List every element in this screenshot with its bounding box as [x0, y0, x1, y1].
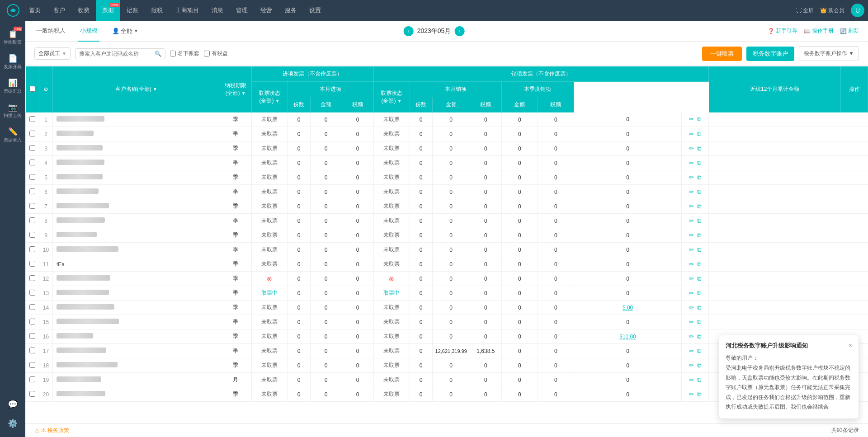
nav-item-billing[interactable]: 收费 [71, 0, 96, 21]
row-checkbox[interactable] [29, 275, 35, 281]
copy-action-icon[interactable]: ⧉ [697, 174, 701, 181]
search-input[interactable] [79, 51, 153, 57]
nav-item-service[interactable]: 服务 [278, 0, 303, 21]
user-avatar[interactable]: U [851, 4, 864, 17]
copy-action-icon[interactable]: ⧉ [697, 275, 701, 282]
sidebar-item-entry[interactable]: ✏️ 票据录入 [1, 123, 24, 146]
row-checkbox[interactable] [29, 348, 35, 353]
copy-action-icon[interactable]: ⧉ [697, 304, 701, 311]
sidebar-item-scan[interactable]: 📷 扫描上传 [1, 99, 24, 122]
date-next-btn[interactable]: › [454, 26, 464, 36]
one-click-fetch-btn[interactable]: 一键取票 [702, 47, 742, 61]
digital-account-ops-btn[interactable]: 税务数字账户操作 ▼ [799, 46, 859, 61]
edit-action-icon[interactable]: ✏ [689, 304, 694, 311]
row-checkbox[interactable] [29, 304, 35, 310]
sidebar-item-tickets[interactable]: 📋 智能取票 new [1, 25, 24, 49]
edit-action-icon[interactable]: ✏ [689, 376, 694, 383]
sidebar-item-open-invoice[interactable]: 📄 发票开具 [1, 50, 24, 73]
copy-action-icon[interactable]: ⧉ [697, 290, 701, 296]
edit-action-icon[interactable]: ✏ [689, 362, 694, 369]
edit-action-icon[interactable]: ✏ [689, 275, 694, 282]
row-checkbox[interactable] [29, 333, 35, 339]
edit-action-icon[interactable]: ✏ [689, 246, 694, 253]
edit-action-icon[interactable]: ✏ [689, 348, 694, 354]
copy-action-icon[interactable]: ⧉ [697, 246, 701, 253]
copy-action-icon[interactable]: ⧉ [697, 188, 701, 195]
edit-action-icon[interactable]: ✏ [689, 174, 694, 181]
edit-action-icon[interactable]: ✏ [689, 188, 694, 195]
copy-action-icon[interactable]: ⧉ [697, 348, 701, 354]
subnav-all[interactable]: 👤 全能 ▼ [110, 21, 140, 42]
nav-item-message[interactable]: 消息 [205, 0, 230, 21]
notification-close-btn[interactable]: × [849, 342, 852, 349]
row-checkbox[interactable] [29, 217, 35, 223]
copy-action-icon[interactable]: ⧉ [697, 232, 701, 239]
subnav-small[interactable]: 小规模 [78, 21, 99, 42]
edit-action-icon[interactable]: ✏ [689, 319, 694, 325]
nav-item-operation[interactable]: 经营 [254, 0, 278, 21]
edit-action-icon[interactable]: ✏ [689, 116, 694, 122]
row-checkbox[interactable] [29, 319, 35, 324]
taxdisk-checkbox[interactable] [204, 51, 210, 56]
refresh-btn[interactable]: 🔄 刷新 [840, 27, 859, 35]
fullscreen-btn[interactable]: ⛶ 全屏 [796, 7, 814, 14]
copy-action-icon[interactable]: ⧉ [697, 160, 701, 166]
sidebar-item-summary[interactable]: 📊 票据汇总 [1, 74, 24, 98]
edit-action-icon[interactable]: ✏ [689, 290, 694, 296]
downledger-checkbox-label[interactable]: 名下账套 [170, 50, 199, 57]
copy-action-icon[interactable]: ⧉ [697, 391, 701, 398]
copy-action-icon[interactable]: ⧉ [697, 362, 701, 369]
date-prev-btn[interactable]: ‹ [404, 26, 414, 36]
nav-item-bookkeeping[interactable]: 记账 [120, 0, 145, 21]
copy-action-icon[interactable]: ⧉ [697, 203, 701, 210]
row-checkbox[interactable] [29, 174, 35, 180]
row-checkbox[interactable] [29, 376, 35, 382]
edit-action-icon[interactable]: ✏ [689, 131, 694, 137]
row-checkbox[interactable] [29, 290, 35, 296]
edit-action-icon[interactable]: ✏ [689, 217, 694, 224]
nav-item-business[interactable]: 工商项目 [169, 0, 205, 21]
copy-action-icon[interactable]: ⧉ [697, 116, 701, 122]
sidebar-item-chat[interactable]: 💬 [1, 395, 24, 414]
select-all-checkbox[interactable] [29, 86, 35, 92]
edit-action-icon[interactable]: ✏ [689, 203, 694, 210]
employee-select[interactable]: 全部员工 ▼ [34, 47, 71, 60]
nav-item-tax[interactable]: 报税 [145, 0, 169, 21]
copy-action-icon[interactable]: ⧉ [697, 145, 701, 152]
copy-action-icon[interactable]: ⧉ [697, 319, 701, 325]
row-checkbox[interactable] [29, 261, 35, 267]
member-btn[interactable]: 👑 购会员 [820, 7, 844, 14]
row-checkbox[interactable] [29, 362, 35, 368]
sidebar-item-settings[interactable]: ⚙️ [1, 414, 24, 432]
row-checkbox[interactable] [29, 232, 35, 238]
row-checkbox[interactable] [29, 160, 35, 165]
manual-btn[interactable]: 📖 操作手册 [804, 27, 834, 35]
edit-action-icon[interactable]: ✏ [689, 391, 694, 398]
edit-action-icon[interactable]: ✏ [689, 261, 694, 268]
copy-action-icon[interactable]: ⧉ [697, 376, 701, 383]
row-checkbox[interactable] [29, 246, 35, 252]
downledger-checkbox[interactable] [170, 51, 176, 56]
row-checkbox[interactable] [29, 145, 35, 151]
nav-item-customer[interactable]: 客户 [47, 0, 71, 21]
taxdisk-checkbox-label[interactable]: 有税盘 [204, 50, 228, 57]
copy-action-icon[interactable]: ⧉ [697, 261, 701, 268]
edit-action-icon[interactable]: ✏ [689, 232, 694, 239]
row-checkbox[interactable] [29, 188, 35, 194]
nav-item-manage[interactable]: 管理 [230, 0, 254, 21]
edit-action-icon[interactable]: ✏ [689, 333, 694, 340]
new-guide-btn[interactable]: ❓ 新手引导 [768, 27, 797, 35]
digital-account-btn[interactable]: 税务数字账户 [746, 47, 794, 61]
tax-policy-link[interactable]: ⚠ ⚠ 税务政策 [34, 427, 69, 434]
row-checkbox[interactable] [29, 391, 35, 397]
copy-action-icon[interactable]: ⧉ [697, 217, 701, 224]
row-checkbox[interactable] [29, 203, 35, 209]
row-checkbox[interactable] [29, 116, 35, 122]
edit-action-icon[interactable]: ✏ [689, 160, 694, 166]
nav-item-invoice[interactable]: 票据 new [96, 0, 120, 21]
nav-item-home[interactable]: 首页 [23, 0, 47, 21]
subnav-general[interactable]: 一般纳税人 [34, 21, 67, 42]
row-checkbox[interactable] [29, 131, 35, 136]
edit-action-icon[interactable]: ✏ [689, 145, 694, 152]
copy-action-icon[interactable]: ⧉ [697, 333, 701, 340]
